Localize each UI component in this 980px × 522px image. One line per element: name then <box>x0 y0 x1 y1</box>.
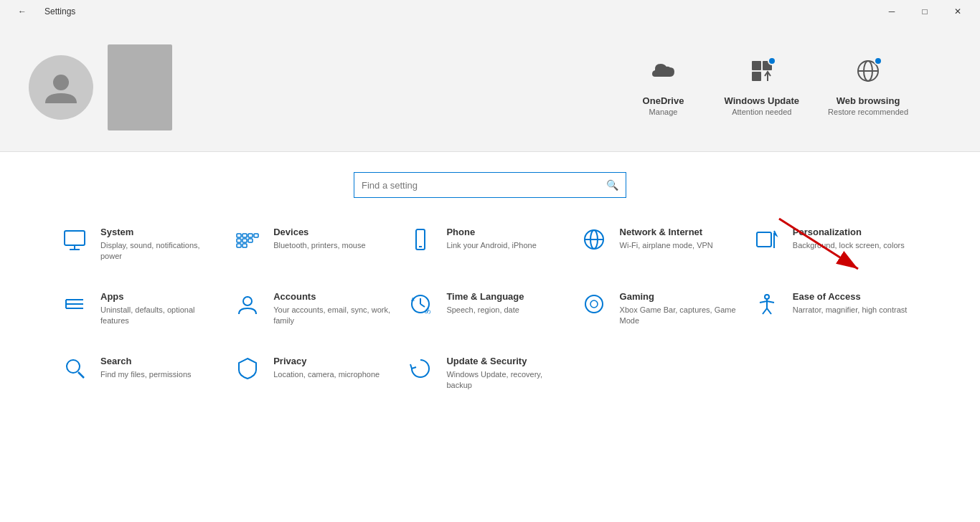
setting-item-ease_of_access[interactable]: Ease of Access Narrator, magnifier, high… <box>750 277 923 341</box>
personalization-icon <box>755 228 781 256</box>
search-desc: Find my files, permissions <box>100 369 192 380</box>
svg-rect-17 <box>248 234 253 237</box>
svg-text:あ: あ <box>425 307 431 314</box>
profile-section <box>29 44 631 130</box>
svg-point-37 <box>590 300 598 308</box>
svg-rect-3 <box>752 72 761 81</box>
svg-rect-19 <box>254 234 258 237</box>
devices-title: Devices <box>273 227 365 237</box>
gaming-title: Gaming <box>620 291 738 302</box>
search-title: Search <box>100 356 192 366</box>
minimize-button[interactable]: ─ <box>875 0 908 23</box>
search-icon: 🔍 <box>606 179 618 191</box>
svg-line-41 <box>767 308 771 314</box>
network-desc: Wi-Fi, airplane mode, VPN <box>620 240 713 251</box>
setting-item-privacy[interactable]: Privacy Location, camera, microphone <box>230 341 403 406</box>
windows-update-title: Windows Update <box>725 95 800 106</box>
network-icon <box>583 228 608 256</box>
web-browsing-icon <box>855 58 881 90</box>
svg-point-30 <box>243 297 252 305</box>
gaming-desc: Xbox Game Bar, captures, Game Mode <box>620 305 738 327</box>
system-title: System <box>100 227 219 237</box>
svg-rect-16 <box>242 244 247 247</box>
user-icon <box>42 69 80 106</box>
apps-icon <box>63 293 89 321</box>
search-box: 🔍 <box>354 172 626 198</box>
maximize-button[interactable]: □ <box>908 0 941 23</box>
setting-item-personalization[interactable]: Personalization Background, lock screen,… <box>750 212 923 277</box>
web-browsing-sub: Restore recommended <box>828 108 908 116</box>
privacy-title: Privacy <box>273 356 380 366</box>
svg-point-38 <box>765 295 769 299</box>
setting-item-network[interactable]: Network & Internet Wi-Fi, airplane mode,… <box>577 212 750 277</box>
svg-rect-18 <box>248 239 253 242</box>
quick-action-onedrive[interactable]: OneDrive Manage <box>631 58 696 116</box>
svg-rect-8 <box>65 231 85 245</box>
svg-rect-12 <box>237 239 241 242</box>
time_language-desc: Speech, region, date <box>446 305 524 315</box>
gaming-icon <box>583 293 608 321</box>
setting-item-time_language[interactable]: Aあ Time & Language Speech, region, date <box>403 277 576 341</box>
setting-item-phone[interactable]: Phone Link your Android, iPhone <box>403 212 576 277</box>
system-desc: Display, sound, notifications, power <box>100 240 219 262</box>
setting-item-update_security[interactable]: Update & Security Windows Update, recove… <box>403 341 576 406</box>
svg-rect-15 <box>242 239 247 242</box>
svg-point-36 <box>585 295 603 313</box>
search-container: 🔍 <box>0 152 980 212</box>
devices-desc: Bluetooth, printers, mouse <box>273 240 365 251</box>
devices-icon <box>236 228 262 256</box>
time_language-title: Time & Language <box>446 291 524 302</box>
svg-text:A: A <box>411 297 415 302</box>
svg-rect-13 <box>237 244 241 247</box>
quick-action-web-browsing[interactable]: Web browsing Restore recommended <box>828 58 908 116</box>
svg-point-42 <box>67 360 80 373</box>
time_language-icon: Aあ <box>409 293 435 321</box>
personalization-title: Personalization <box>793 227 905 237</box>
setting-item-apps[interactable]: Apps Uninstall, defaults, optional featu… <box>57 277 230 341</box>
accounts-title: Accounts <box>273 291 392 302</box>
network-title: Network & Internet <box>620 227 713 237</box>
phone-desc: Link your Android, iPhone <box>446 240 536 251</box>
back-button[interactable]: ← <box>6 0 39 23</box>
onedrive-title: OneDrive <box>643 95 684 106</box>
system-icon <box>63 228 89 256</box>
quick-action-windows-update[interactable]: Windows Update Attention needed <box>725 58 800 116</box>
windows-update-sub: Attention needed <box>732 108 791 116</box>
phone-icon <box>409 228 435 256</box>
settings-grid: System Display, sound, notifications, po… <box>57 212 923 406</box>
avatar <box>29 55 93 120</box>
setting-item-system[interactable]: System Display, sound, notifications, po… <box>57 212 230 277</box>
svg-rect-11 <box>237 234 241 237</box>
privacy-icon <box>236 357 262 385</box>
ease_of_access-title: Ease of Access <box>793 291 908 302</box>
ease_of_access-icon <box>755 293 781 321</box>
accounts-desc: Your accounts, email, sync, work, family <box>273 305 392 327</box>
search-icon <box>63 357 89 385</box>
svg-line-40 <box>763 308 767 314</box>
header: OneDrive Manage Windows Update Attenti <box>0 23 980 152</box>
phone-title: Phone <box>446 227 536 237</box>
main-content: System Display, sound, notifications, po… <box>0 212 980 522</box>
windows-update-icon <box>749 58 775 90</box>
setting-item-devices[interactable]: Devices Bluetooth, printers, mouse <box>230 212 403 277</box>
update_security-icon <box>409 357 435 385</box>
update_security-title: Update & Security <box>446 356 565 366</box>
onedrive-sub: Manage <box>649 108 678 116</box>
svg-rect-1 <box>752 61 761 70</box>
privacy-desc: Location, camera, microphone <box>273 369 380 380</box>
apps-title: Apps <box>100 291 219 302</box>
setting-item-accounts[interactable]: Accounts Your accounts, email, sync, wor… <box>230 277 403 341</box>
close-button[interactable]: ✕ <box>941 0 974 23</box>
ease_of_access-desc: Narrator, magnifier, high contrast <box>793 305 908 315</box>
svg-line-43 <box>78 372 84 378</box>
svg-point-0 <box>53 75 69 90</box>
apps-desc: Uninstall, defaults, optional features <box>100 305 219 327</box>
profile-image <box>108 44 172 130</box>
setting-item-search[interactable]: Search Find my files, permissions <box>57 341 230 406</box>
search-input[interactable] <box>362 180 606 191</box>
quick-actions: OneDrive Manage Windows Update Attenti <box>631 58 952 116</box>
onedrive-icon <box>651 58 677 90</box>
update_security-desc: Windows Update, recovery, backup <box>446 369 565 392</box>
setting-item-gaming[interactable]: Gaming Xbox Game Bar, captures, Game Mod… <box>577 277 750 341</box>
web-browsing-title: Web browsing <box>837 95 900 106</box>
